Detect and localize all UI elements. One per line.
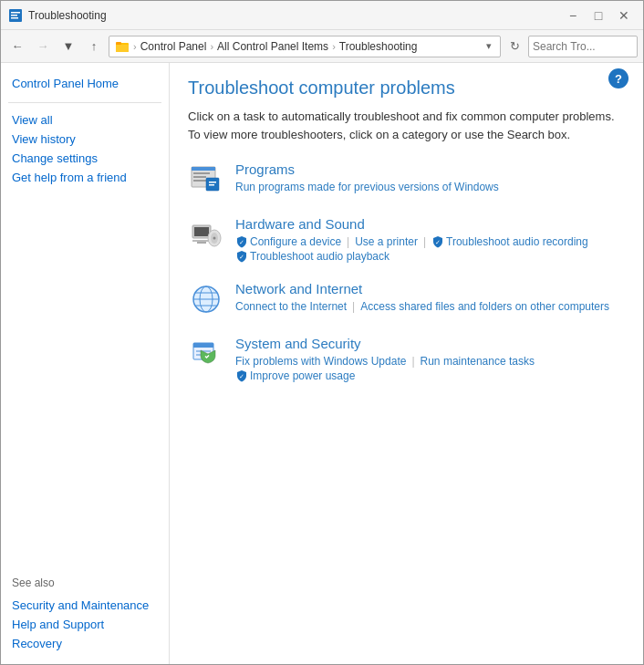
svg-rect-18 [197, 242, 206, 244]
sidebar-item-get-help[interactable]: Get help from a friend [8, 168, 161, 187]
sidebar-item-view-all[interactable]: View all [8, 110, 161, 130]
addressbar: ← → ▼ ↑ › Control Panel › All Control Pa… [1, 30, 643, 63]
network-icon [188, 281, 224, 317]
sidebar: Control Panel Home View all View history… [1, 63, 170, 664]
shield-icon-4: ✓ [235, 369, 248, 382]
back-button[interactable]: ← [6, 36, 28, 57]
hardware-links: ✓ Configure a device | Use a printer | ✓… [235, 235, 625, 248]
sidebar-item-change-settings[interactable]: Change settings [8, 149, 161, 168]
shield-icon-1: ✓ [235, 235, 248, 248]
svg-point-21 [213, 237, 216, 240]
network-title[interactable]: Network and Internet [235, 281, 362, 296]
hardware-link-2[interactable]: Troubleshoot audio recording [446, 235, 588, 248]
page-title: Troubleshoot computer problems [188, 78, 625, 99]
programs-title[interactable]: Programs [235, 161, 295, 177]
recent-button[interactable]: ▼ [57, 36, 79, 57]
system-link-0[interactable]: Fix problems with Windows Update [235, 355, 406, 368]
svg-rect-10 [193, 176, 206, 178]
svg-text:✓: ✓ [239, 373, 244, 379]
category-hardware: Hardware and Sound ✓ Configure a device … [188, 216, 625, 263]
svg-rect-11 [193, 180, 208, 182]
svg-rect-1 [11, 12, 20, 14]
sidebar-item-view-history[interactable]: View history [8, 130, 161, 149]
hardware-link-1[interactable]: Use a printer [355, 235, 418, 248]
system-link-1[interactable]: Run maintenance tasks [421, 355, 535, 368]
category-programs: Programs Run programs made for previous … [188, 161, 625, 198]
svg-rect-31 [193, 343, 213, 348]
programs-links: Run programs made for previous versions … [235, 181, 625, 193]
svg-rect-13 [209, 182, 216, 183]
svg-rect-9 [193, 172, 210, 174]
window-icon [8, 8, 23, 23]
programs-info: Programs Run programs made for previous … [235, 161, 625, 193]
hardware-icon [188, 216, 224, 253]
help-button[interactable]: ? [608, 68, 628, 88]
forward-button[interactable]: → [32, 36, 54, 57]
category-system: System and Security Fix problems with Wi… [188, 336, 625, 382]
system-title[interactable]: System and Security [235, 336, 361, 351]
system-link-2[interactable]: Improve power usage [250, 369, 355, 382]
network-info: Network and Internet Connect to the Inte… [235, 281, 625, 313]
titlebar: Troubleshooting − □ ✕ [1, 1, 643, 30]
category-network: Network and Internet Connect to the Inte… [188, 281, 625, 317]
breadcrumb-troubleshooting: Troubleshooting [339, 40, 418, 53]
network-link-0[interactable]: Connect to the Internet [235, 300, 347, 313]
system-info: System and Security Fix problems with Wi… [235, 336, 625, 382]
up-button[interactable]: ↑ [83, 36, 105, 57]
network-link-1[interactable]: Access shared files and folders on other… [360, 300, 609, 313]
sidebar-links-section: View all View history Change settings Ge… [8, 110, 161, 187]
svg-text:✓: ✓ [435, 239, 441, 245]
programs-link-0[interactable]: Run programs made for previous versions … [235, 181, 499, 193]
svg-rect-16 [194, 227, 209, 236]
see-also-section: See also Security and Maintenance Help a… [8, 574, 161, 653]
hardware-link-0[interactable]: Configure a device [250, 235, 341, 248]
sidebar-item-help-support[interactable]: Help and Support [8, 615, 161, 634]
hardware-link-3[interactable]: Troubleshoot audio playback [250, 250, 390, 263]
see-also-title: See also [8, 574, 161, 592]
breadcrumb-control-panel[interactable]: Control Panel [140, 40, 207, 53]
system-links-2: ✓ Improve power usage [235, 369, 625, 382]
sidebar-item-security[interactable]: Security and Maintenance [8, 596, 161, 615]
main-area: ? Control Panel Home View all View histo… [1, 63, 643, 664]
system-icon [188, 336, 224, 372]
sidebar-home-section: Control Panel Home [8, 74, 161, 93]
svg-rect-14 [209, 184, 214, 186]
svg-rect-5 [116, 45, 129, 52]
address-dropdown[interactable]: ▾ [483, 40, 494, 52]
window-title: Troubleshooting [28, 9, 561, 22]
page-description: Click on a task to automatically trouble… [188, 108, 625, 143]
svg-text:✓: ✓ [239, 254, 244, 260]
programs-icon [188, 161, 224, 198]
svg-rect-3 [11, 17, 18, 19]
sidebar-divider [8, 102, 161, 103]
window: Troubleshooting − □ ✕ ← → ▼ ↑ › Control … [0, 0, 644, 665]
minimize-button[interactable]: − [561, 5, 585, 26]
refresh-button[interactable]: ↻ [504, 36, 525, 57]
sidebar-spacer [8, 194, 161, 574]
svg-rect-2 [11, 15, 17, 16]
address-field[interactable]: › Control Panel › All Control Panel Item… [109, 36, 501, 57]
shield-icon-2: ✓ [431, 235, 444, 248]
close-button[interactable]: ✕ [612, 5, 636, 26]
content-area: Troubleshoot computer problems Click on … [170, 63, 643, 664]
folder-icon [115, 39, 130, 54]
restore-button[interactable]: □ [587, 5, 610, 26]
breadcrumb-all-items[interactable]: All Control Panel Items [217, 40, 328, 53]
breadcrumb: › Control Panel › All Control Panel Item… [115, 39, 483, 54]
shield-icon-3: ✓ [235, 250, 248, 263]
hardware-title[interactable]: Hardware and Sound [235, 216, 365, 232]
svg-rect-8 [192, 167, 215, 171]
search-box[interactable]: 🔍 [528, 36, 638, 57]
system-links: Fix problems with Windows Update | Run m… [235, 355, 625, 368]
sidebar-control-panel-home[interactable]: Control Panel Home [8, 74, 161, 93]
sidebar-item-recovery[interactable]: Recovery [8, 634, 161, 653]
svg-text:✓: ✓ [239, 239, 244, 245]
network-links: Connect to the Internet | Access shared … [235, 300, 625, 313]
svg-rect-6 [116, 42, 121, 45]
hardware-links-2: ✓ Troubleshoot audio playback [235, 250, 625, 263]
search-input[interactable] [533, 40, 644, 53]
window-controls: − □ ✕ [561, 5, 636, 26]
hardware-info: Hardware and Sound ✓ Configure a device … [235, 216, 625, 263]
